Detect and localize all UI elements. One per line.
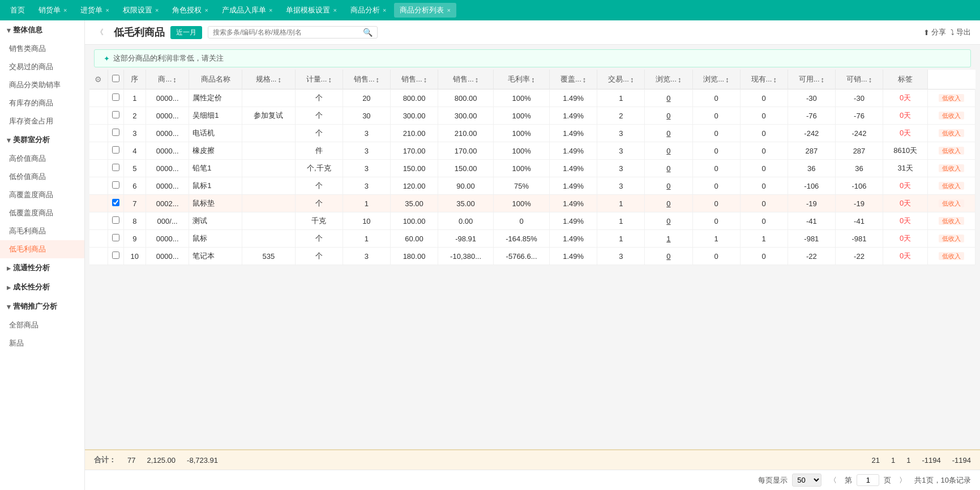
select-all-checkbox[interactable]	[112, 75, 119, 82]
sidebar-item-sales-products[interactable]: 销售类商品	[0, 40, 84, 58]
share-button[interactable]: ⬆ 分享	[923, 27, 946, 37]
col-sale-profit[interactable]: 销售... ↕	[438, 70, 494, 90]
sidebar-item-new-products[interactable]: 新品	[0, 334, 84, 352]
per-page-select[interactable]: 50 100 200	[792, 474, 821, 487]
row-trade[interactable]: 0	[645, 90, 692, 107]
row-checkbox[interactable]	[112, 234, 119, 241]
sidebar-group-growth[interactable]: ▸ 成长性分析	[0, 278, 84, 297]
prev-page-button[interactable]: 〈	[826, 474, 840, 487]
sidebar-item-stock-products[interactable]: 有库存的商品	[0, 94, 84, 112]
row-checkbox[interactable]	[112, 111, 119, 118]
nav-product-analysis-list[interactable]: 商品分析列表 ×	[394, 3, 456, 18]
sidebar-item-high-value[interactable]: 高价值商品	[0, 150, 84, 168]
row-checkbox-cell[interactable]	[108, 142, 123, 160]
col-profit-rate[interactable]: 毛利率 ↕	[494, 70, 550, 90]
row-checkbox-cell[interactable]	[108, 160, 123, 177]
row-checkbox[interactable]	[112, 216, 119, 224]
sidebar-item-high-coverage[interactable]: 高覆盖度商品	[0, 186, 84, 204]
nav-home[interactable]: 首页	[5, 3, 31, 18]
nav-template-setting[interactable]: 单据模板设置 ×	[280, 3, 342, 18]
search-icon[interactable]: 🔍	[363, 28, 373, 37]
row-name[interactable]: 吴细细1	[189, 107, 242, 125]
row-name[interactable]: 测试	[189, 212, 242, 230]
nav-purchase-order[interactable]: 进货单 ×	[75, 3, 114, 18]
settings-icon[interactable]: ⚙	[95, 75, 102, 84]
col-sale-amt[interactable]: 销售... ↕	[390, 70, 438, 90]
row-tag: 低收入	[928, 195, 975, 212]
row-checkbox-cell[interactable]	[108, 90, 123, 107]
nav-permission[interactable]: 权限设置 ×	[117, 3, 164, 18]
sidebar-item-all-products[interactable]: 全部商品	[0, 316, 84, 334]
sidebar-item-low-value[interactable]: 低价值商品	[0, 168, 84, 186]
col-settings[interactable]: ⚙	[89, 70, 108, 90]
col-stock[interactable]: 现有... ↕	[740, 70, 788, 90]
col-spec[interactable]: 规格... ↕	[242, 70, 295, 90]
sidebar-item-low-coverage[interactable]: 低覆盖度商品	[0, 204, 84, 222]
nav-sales-order[interactable]: 销货单 ×	[33, 3, 72, 18]
row-browse2: 0	[740, 142, 788, 160]
row-checkbox[interactable]	[112, 164, 119, 171]
row-checkbox[interactable]	[112, 129, 119, 136]
sidebar-group-cluster[interactable]: ▾ 美群室分析	[0, 130, 84, 150]
row-checkbox[interactable]	[112, 93, 119, 101]
row-trade[interactable]: 0	[645, 248, 692, 265]
sidebar-item-high-margin[interactable]: 高毛利商品	[0, 222, 84, 240]
row-trade[interactable]: 0	[645, 212, 692, 230]
nav-role-auth[interactable]: 角色授权 ×	[166, 3, 213, 18]
row-name[interactable]: 橡皮擦	[189, 142, 242, 160]
nav-close-sales[interactable]: ×	[62, 7, 67, 14]
row-name[interactable]: 铅笔1	[189, 160, 242, 177]
row-checkbox[interactable]	[112, 199, 119, 206]
row-checkbox[interactable]	[112, 252, 119, 259]
col-trade[interactable]: 交易... ↕	[597, 70, 645, 90]
row-trade[interactable]: 0	[645, 142, 692, 160]
search-input[interactable]	[213, 28, 363, 36]
row-checkbox-cell[interactable]	[108, 195, 123, 212]
sidebar-item-low-margin[interactable]: 低毛利商品	[0, 240, 84, 258]
col-code[interactable]: 商... ↕	[146, 70, 189, 90]
col-coverage[interactable]: 覆盖... ↕	[550, 70, 597, 90]
sidebar-group-overall[interactable]: ▾ 整体信息	[0, 20, 84, 40]
row-trade[interactable]: 0	[645, 107, 692, 125]
row-trade[interactable]: 0	[645, 177, 692, 195]
col-sale-qty[interactable]: 销售... ↕	[343, 70, 390, 90]
row-name[interactable]: 鼠标1	[189, 177, 242, 195]
col-saleable[interactable]: 可销... ↕	[835, 70, 883, 90]
col-unit[interactable]: 计量... ↕	[295, 70, 343, 90]
row-trade[interactable]: 0	[645, 125, 692, 142]
row-unit: 千克	[295, 212, 343, 230]
sidebar-item-category-rate[interactable]: 商品分类助销率	[0, 76, 84, 94]
nav-product-analysis[interactable]: 商品分析 ×	[345, 3, 392, 18]
sidebar-group-flow[interactable]: ▸ 流通性分析	[0, 258, 84, 278]
row-name[interactable]: 鼠标垫	[189, 195, 242, 212]
row-trade[interactable]: 1	[645, 230, 692, 248]
row-checkbox-cell[interactable]	[108, 177, 123, 195]
row-checkbox-cell[interactable]	[108, 230, 123, 248]
sidebar-item-traded-products[interactable]: 交易过的商品	[0, 58, 84, 76]
row-trade[interactable]: 0	[645, 195, 692, 212]
row-checkbox-cell[interactable]	[108, 125, 123, 142]
row-checkbox-cell[interactable]	[108, 248, 123, 265]
export-button[interactable]: ⤵ 导出	[951, 27, 971, 37]
col-available[interactable]: 可用... ↕	[788, 70, 835, 90]
row-trade[interactable]: 0	[645, 160, 692, 177]
table-container[interactable]: ⚙ 序 商... ↕ 商品名称 规格... ↕ 计量... ↕ 销售... ↕ …	[85, 70, 980, 449]
next-page-button[interactable]: 〉	[896, 474, 910, 487]
col-browse2[interactable]: 浏览... ↕	[692, 70, 740, 90]
page-number-input[interactable]	[857, 474, 879, 486]
col-checkbox[interactable]	[108, 70, 123, 90]
row-checkbox[interactable]	[112, 146, 119, 154]
row-name[interactable]: 笔记本	[189, 248, 242, 265]
collapse-sidebar-button[interactable]: 《	[94, 25, 106, 40]
row-checkbox-cell[interactable]	[108, 107, 123, 125]
row-name[interactable]: 属性定价	[189, 90, 242, 107]
date-filter-button[interactable]: 近一月	[170, 26, 202, 39]
row-name[interactable]: 鼠标	[189, 230, 242, 248]
nav-product-inbound[interactable]: 产成品入库单 ×	[216, 3, 278, 18]
row-checkbox[interactable]	[112, 181, 119, 189]
col-browse1[interactable]: 浏览... ↕	[645, 70, 692, 90]
row-name[interactable]: 电话机	[189, 125, 242, 142]
sidebar-group-marketing[interactable]: ▾ 营销推广分析	[0, 297, 84, 316]
sidebar-item-stock-capital[interactable]: 库存资金占用	[0, 112, 84, 130]
row-checkbox-cell[interactable]	[108, 212, 123, 230]
